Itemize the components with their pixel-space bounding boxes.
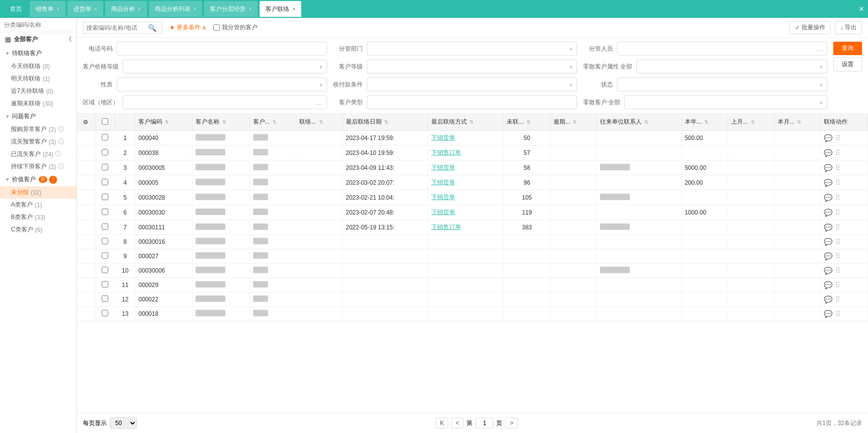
tab-product-analysis-list[interactable]: 商品分析列表 × — [149, 1, 202, 17]
contact-icon[interactable]: 💬 — [824, 164, 832, 172]
contact-icon[interactable]: 💬 — [824, 209, 832, 216]
search-input[interactable] — [86, 24, 146, 31]
close-icon[interactable]: × — [138, 6, 141, 12]
page-size-select[interactable]: 50 100 200 — [110, 417, 137, 429]
more-action-icon[interactable]: ⠿ — [835, 194, 840, 202]
sidebar-item-class-b[interactable]: B类客户 (33) — [0, 211, 76, 223]
next-page-button[interactable]: > — [505, 418, 518, 429]
tab-customer-contact[interactable]: 客户联络 × — [260, 1, 301, 17]
contact-icon[interactable]: 💬 — [824, 179, 832, 187]
filter-nature-select[interactable]: ∨ — [117, 77, 327, 91]
sidebar-item-class-c[interactable]: C类客户 (6) — [0, 223, 76, 236]
contact-icon[interactable]: 💬 — [824, 267, 832, 275]
close-icon[interactable]: × — [249, 6, 252, 12]
close-icon[interactable]: × — [57, 6, 60, 12]
col-this-year[interactable]: 本年... ⇅ — [681, 114, 728, 131]
sidebar-item-declining[interactable]: 持续下滑客户 (2) ⓘ — [0, 160, 76, 173]
more-action-icon[interactable]: ⠿ — [835, 295, 840, 303]
row-checkbox[interactable] — [95, 175, 115, 190]
sidebar-item-7days-pending[interactable]: 近7天待联络 (0) — [0, 85, 76, 97]
filter-retail-select[interactable]: ∨ — [636, 60, 827, 73]
col-type[interactable]: 客户... ⇅ — [250, 114, 296, 131]
sidebar-item-ungrouped[interactable]: 未分组 (32) — [0, 186, 76, 199]
col-last-date[interactable]: 最后联络日期 ⇅ — [342, 114, 428, 131]
more-action-icon[interactable]: ⠿ — [835, 238, 840, 246]
filter-status-select[interactable]: ∨ — [617, 77, 827, 91]
sidebar-item-tomorrow-pending[interactable]: 明天待联络 (1) — [0, 72, 76, 85]
contact-icon[interactable]: 💬 — [824, 281, 832, 289]
contact-icon[interactable]: 💬 — [824, 194, 832, 202]
contact-icon[interactable]: 💬 — [824, 134, 832, 142]
last-method-link[interactable]: 下销货单 — [431, 134, 455, 141]
more-action-icon[interactable]: ⠿ — [835, 281, 840, 289]
tab-customer-segmentation[interactable]: 客户分层经营 × — [204, 1, 258, 17]
filter-type-input[interactable] — [367, 95, 577, 109]
col-last-month[interactable]: 上月... ⇅ — [728, 114, 775, 131]
first-page-button[interactable]: K — [435, 418, 448, 429]
close-all-tabs[interactable]: × — [859, 4, 864, 14]
filter-region-input[interactable]: … — [123, 95, 327, 109]
contact-icon[interactable]: 💬 — [824, 252, 832, 260]
row-checkbox[interactable] — [95, 249, 115, 264]
sidebar-search-input[interactable] — [4, 21, 77, 28]
sidebar-group-value[interactable]: ▼ 价值客户 R ! — [0, 173, 76, 186]
more-action-icon[interactable]: ⠿ — [835, 310, 840, 318]
my-customer-checkbox[interactable] — [213, 24, 220, 31]
col-last-method[interactable]: 最后联络方式 ⇅ — [428, 114, 504, 131]
query-button[interactable]: 查询 — [833, 42, 862, 55]
batch-op-button[interactable]: ✓ 批量操作 — [790, 21, 831, 34]
col-contact[interactable]: 联络... ⇅ — [296, 114, 343, 131]
collapse-icon[interactable]: 《 — [66, 35, 71, 44]
row-checkbox[interactable] — [95, 131, 115, 145]
more-action-icon[interactable]: ⠿ — [835, 267, 840, 275]
row-checkbox[interactable] — [95, 145, 115, 160]
row-checkbox[interactable] — [95, 235, 115, 249]
more-action-icon[interactable]: ⠿ — [835, 223, 840, 231]
sidebar-group-pending[interactable]: ▼ 待联络客户 — [0, 47, 76, 60]
row-checkbox[interactable] — [95, 278, 115, 292]
contact-icon[interactable]: 💬 — [824, 310, 832, 318]
phone-input[interactable] — [121, 45, 323, 52]
row-checkbox[interactable] — [95, 307, 115, 321]
prev-page-button[interactable]: < — [451, 418, 464, 429]
filter-dept-select[interactable]: ∨ — [367, 42, 577, 56]
sidebar-all-customers[interactable]: ⊞ 全部客户 《 — [0, 32, 76, 47]
sidebar-item-class-a[interactable]: A类客户 (1) — [0, 199, 76, 211]
sidebar-group-problem[interactable]: ▼ 问题客户 — [0, 110, 76, 123]
contact-icon[interactable]: 💬 — [824, 295, 832, 303]
col-this-month[interactable]: 本月... ⇅ — [774, 114, 821, 131]
row-checkbox[interactable] — [95, 292, 115, 307]
last-method-link[interactable]: 下销货单 — [431, 194, 455, 201]
row-checkbox[interactable] — [95, 160, 115, 175]
close-icon[interactable]: × — [292, 6, 295, 12]
col-uncontacted[interactable]: 未联... ⇅ — [504, 114, 550, 131]
filter-payment-select[interactable]: ∨ — [367, 77, 577, 91]
tab-purchase-order[interactable]: 进货单 × — [67, 1, 103, 17]
more-action-icon[interactable]: ⠿ — [835, 164, 840, 172]
filter-phone-input[interactable] — [117, 42, 327, 56]
sidebar-item-abnormal-purchase[interactable]: 囤购异常客户 (2) ⓘ — [0, 123, 76, 136]
more-action-icon[interactable]: ⠿ — [835, 149, 840, 157]
row-checkbox[interactable] — [95, 264, 115, 278]
tab-home[interactable]: 首页 — [4, 1, 28, 17]
filter-manager-input[interactable]: … — [617, 42, 827, 56]
last-method-link[interactable]: 下销售订单 — [431, 223, 461, 230]
close-icon[interactable]: × — [194, 6, 197, 12]
select-all-checkbox[interactable] — [102, 118, 108, 125]
col-name[interactable]: 客户名称 ⇅ — [193, 114, 250, 131]
filter-retail-all-select[interactable]: ∨ — [624, 95, 827, 109]
col-code[interactable]: 客户编码 ⇅ — [135, 114, 193, 131]
col-checkbox-header[interactable] — [95, 114, 115, 131]
reset-button[interactable]: 设置 — [833, 57, 862, 72]
row-checkbox[interactable] — [95, 190, 115, 205]
last-method-link[interactable]: 下销售订单 — [431, 149, 461, 156]
contact-icon[interactable]: 💬 — [824, 149, 832, 157]
more-action-icon[interactable]: ⠿ — [835, 134, 840, 142]
more-action-icon[interactable]: ⠿ — [835, 179, 840, 187]
last-method-link[interactable]: 下销货单 — [431, 179, 455, 186]
sidebar-item-today-pending[interactable]: 今天待联络 (0) — [0, 60, 76, 72]
contact-icon[interactable]: 💬 — [824, 223, 832, 231]
close-icon[interactable]: × — [94, 6, 97, 12]
filter-price-select[interactable]: ∨ — [123, 60, 327, 73]
last-method-link[interactable]: 下销货单 — [431, 164, 455, 171]
